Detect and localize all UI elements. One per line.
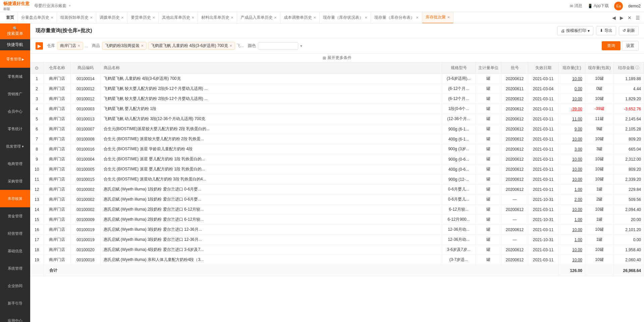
- cell-name: 飞鹤星飞帆 幼儿配方奶粉 3段(12-36个月幼儿适用) 700克: [101, 114, 442, 124]
- cell-warehouse: 南岸门店: [44, 255, 70, 265]
- tab-close-icon[interactable]: ✕: [313, 16, 316, 19]
- sidebar-item-label: 会员中心: [8, 109, 22, 114]
- tab-yaohuodanju[interactable]: 要货单历史 ✕: [127, 12, 159, 23]
- color-filter-input[interactable]: [258, 42, 298, 50]
- tab-menu-icon[interactable]: ☰: [634, 14, 641, 21]
- sidebar-item-marketing[interactable]: 营销推广: [0, 85, 30, 103]
- tab-close-icon[interactable]: ✕: [231, 16, 233, 19]
- cell-spec: (6-12个月...: [442, 94, 476, 104]
- sidebar-item-ecommerce[interactable]: 电商管理: [0, 155, 30, 172]
- tab-xianzailiang2[interactable]: 现存量（库存分布表） ✕: [371, 12, 422, 23]
- sidebar-quicknav[interactable]: 快捷导航: [0, 39, 30, 50]
- sidebar-item-retail-mgmt[interactable]: 零售管理 ▶: [0, 50, 30, 68]
- cell-warehouse: 南岸门店: [44, 164, 70, 174]
- sidebar-item-label: 采购管理: [8, 179, 22, 184]
- tab-close-icon[interactable]: ✕: [90, 16, 93, 19]
- sidebar-item-system[interactable]: 系统管理: [0, 260, 30, 277]
- tab-close-icon[interactable]: ✕: [416, 16, 419, 19]
- info-icon[interactable]: ⓘ: [635, 65, 639, 70]
- color-dropdown-icon[interactable]: ▾: [300, 44, 302, 48]
- settings-icon[interactable]: ⚙: [35, 65, 39, 71]
- tab-close-icon[interactable]: ✕: [192, 16, 194, 19]
- col-header-pkg: 现存量(包装): [585, 62, 614, 74]
- tab-close-icon[interactable]: ✕: [365, 16, 367, 19]
- cell-amount: 1,958.40: [614, 245, 644, 255]
- sidebar-item-retail-shop[interactable]: 零售商城: [0, 68, 30, 85]
- breadcrumb: 母婴行业演示账套 ▾: [34, 3, 566, 9]
- cell-name: 惠氏启赋 (Wyeth illuma) 2段奶粉 爱尔兰进口 6-12月较...: [101, 215, 442, 225]
- tab-close-icon[interactable]: ✕: [51, 16, 53, 19]
- cell-expire: 2021-03-11: [528, 144, 558, 154]
- tab-kucunpici[interactable]: 库存批次聚 ✕: [422, 12, 453, 23]
- cell-spec: 0-6月婴儿...: [442, 195, 476, 205]
- sidebar-item-label: 电商管理: [8, 161, 22, 166]
- warehouse-filter-more[interactable]: ...: [85, 44, 88, 48]
- cell-expire: 2021-03-11: [528, 255, 558, 265]
- tab-cailiaochuku[interactable]: 材料出库单历史 ✕: [198, 12, 237, 23]
- cell-expire: 2021-03-11: [528, 164, 558, 174]
- cell-unit: 罐: [476, 184, 501, 195]
- tab-chengbentiaoji[interactable]: 成本调整单历史 ✕: [280, 12, 320, 23]
- warehouse-filter-label: 仓库: [47, 43, 55, 49]
- filter-expand-button[interactable]: ▶: [36, 42, 43, 50]
- tab-chanpinruku[interactable]: 产成品入库单历史 ✕: [237, 12, 280, 23]
- cell-batch: —: [501, 215, 528, 225]
- cell-spec: (6-12个月...: [442, 84, 476, 94]
- cell-code: 00100018: [70, 255, 101, 265]
- sidebar-item-retail-stats[interactable]: 零售统计: [0, 120, 30, 138]
- tab-home[interactable]: 首页: [3, 12, 18, 23]
- message-button[interactable]: ✉ 消息: [570, 3, 582, 9]
- export-button[interactable]: ⬇ 导出: [596, 26, 616, 35]
- table-row: 9 南岸门店 00100004 合生元 (BIOSTIME) 派星 婴儿配方奶粉…: [30, 154, 644, 164]
- cell-spec: 12-36月幼...: [442, 235, 476, 245]
- search-button[interactable]: 查询: [602, 41, 621, 50]
- setting-button[interactable]: 设置: [622, 41, 639, 51]
- cell-code: 00100008: [70, 134, 101, 144]
- cell-pkg: 10罐: [585, 74, 614, 84]
- sidebar-search[interactable]: 🔍 搜索菜单: [0, 23, 30, 39]
- tab-zuche[interactable]: 组装拆卸单历史 ✕: [57, 12, 96, 23]
- refresh-button[interactable]: ↺ 刷新: [619, 26, 639, 35]
- sidebar-item-inventory[interactable]: 库存核算: [0, 190, 30, 207]
- tab-tiaopi[interactable]: 调拨单历史 ✕: [96, 12, 127, 23]
- col-header-name: 商品名称: [101, 62, 442, 74]
- product-filter-more[interactable]: 飞...: [236, 43, 244, 49]
- tab-close-icon[interactable]: ✕: [152, 16, 155, 19]
- print-template-button[interactable]: 🖨 按模板打印 ▾: [557, 26, 593, 35]
- cell-name: 合生元 (BIOSTIME) 派星 婴儿配方奶粉 1段 乳铁蛋白的...: [101, 154, 442, 164]
- tag-close-icon[interactable]: ✕: [77, 44, 80, 48]
- tab-qitachu[interactable]: 其他出库单历史 ✕: [159, 12, 198, 23]
- tab-next-icon[interactable]: ▶: [619, 14, 625, 21]
- tab-fenpan[interactable]: 分量盘点单历史 ✕: [18, 12, 57, 23]
- tab-close-icon[interactable]: ✕: [447, 15, 450, 19]
- tag-close-icon[interactable]: ✕: [141, 44, 144, 48]
- sidebar-item-wholesale[interactable]: 批发管理 ▼: [0, 138, 30, 155]
- sidebar-item-newguide[interactable]: 新手引导: [0, 294, 30, 312]
- sidebar-item-purchase[interactable]: 采购管理: [0, 172, 30, 190]
- cell-expire: 2021-03-11: [528, 174, 558, 184]
- cell-spec: 12-36月幼...: [442, 225, 476, 235]
- cell-spec: 900g (12-...: [442, 174, 476, 184]
- cell-amount: 509.56: [614, 195, 644, 205]
- sidebar-item-finance[interactable]: 资金管理: [0, 207, 30, 225]
- app-download-button[interactable]: 📱 App下载: [588, 3, 609, 9]
- tab-xianzailiang1[interactable]: 现存量（库存状况表） ✕: [320, 12, 371, 23]
- cell-batch: 20200612: [501, 74, 528, 84]
- tag-close-icon[interactable]: ✕: [229, 44, 232, 48]
- cell-batch: 20200612: [501, 164, 528, 174]
- cell-seq: 17: [30, 235, 44, 245]
- sidebar-item-operation[interactable]: 经营管理: [0, 225, 30, 242]
- tab-close-icon[interactable]: ✕: [274, 16, 277, 19]
- cell-amount: 2,312.00: [614, 154, 644, 164]
- sidebar-item-basic[interactable]: 基础信息: [0, 242, 30, 260]
- tab-close-all-icon[interactable]: ✕: [626, 14, 633, 21]
- sidebar-item-appcenter[interactable]: 应用中心: [0, 312, 30, 322]
- cell-amount: 2,101.20: [614, 225, 644, 235]
- tab-prev-icon[interactable]: ◀: [611, 14, 617, 21]
- tab-close-icon[interactable]: ✕: [121, 16, 124, 19]
- expand-more-button[interactable]: ⊞ 展开更多条件: [323, 55, 352, 61]
- cell-amount: 2,094.40: [614, 205, 644, 215]
- sidebar-item-enterprise[interactable]: 企业协同: [0, 277, 30, 294]
- sidebar-item-member[interactable]: 会员中心: [0, 103, 30, 120]
- cell-seq: 6: [30, 124, 44, 134]
